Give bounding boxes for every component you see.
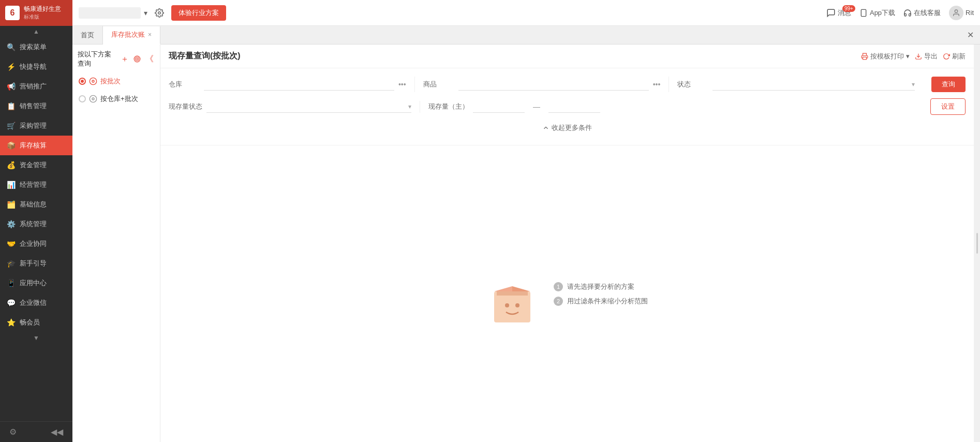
tip-1-text: 请先选择要分析的方案 bbox=[567, 282, 634, 291]
sidebar-item-search[interactable]: 🔍 搜索菜单 bbox=[0, 37, 72, 57]
tab-panel-close-btn[interactable]: ✕ bbox=[967, 30, 974, 40]
settings-btn[interactable]: 设置 bbox=[930, 98, 966, 115]
warehouse-input[interactable] bbox=[204, 78, 394, 91]
sidebar-item-system[interactable]: ⚙️ 系统管理 bbox=[0, 214, 72, 234]
tab-close-btn[interactable]: × bbox=[148, 31, 152, 38]
scheme-item-batch[interactable]: 按批次 bbox=[72, 72, 160, 90]
quicknav-icon: ⚡ bbox=[6, 62, 16, 71]
status-select[interactable]: ▾ bbox=[712, 79, 915, 91]
sidebar-item-purchase[interactable]: 🛒 采购管理 bbox=[0, 116, 72, 136]
svg-rect-13 bbox=[494, 291, 530, 322]
collapse-left-panel-btn[interactable]: 《 bbox=[144, 54, 155, 64]
experience-btn[interactable]: 体验行业方案 bbox=[171, 5, 226, 21]
export-btn[interactable]: 导出 bbox=[915, 52, 938, 61]
headset-icon bbox=[903, 9, 912, 17]
svg-point-5 bbox=[136, 57, 139, 61]
collapse-more-btn[interactable]: 收起更多条件 bbox=[169, 119, 966, 137]
messages-btn[interactable]: 消息 99+ bbox=[826, 8, 851, 18]
online-support-btn[interactable]: 在线客服 bbox=[903, 8, 941, 18]
page-title: 现存量查询(按批次) bbox=[169, 51, 241, 62]
svg-point-3 bbox=[955, 10, 957, 12]
sidebar-item-base[interactable]: 🗂️ 基础信息 bbox=[0, 195, 72, 214]
qty-max-input[interactable] bbox=[548, 100, 600, 113]
status-select-arrow: ▾ bbox=[912, 81, 915, 88]
app-version: 标准版 bbox=[24, 13, 61, 21]
sidebar-item-label: 新手引导 bbox=[20, 259, 47, 268]
radio-batch bbox=[79, 78, 86, 85]
sidebar-item-wechat[interactable]: 💬 企业微信 bbox=[0, 293, 72, 313]
sidebar-item-label: 营销推广 bbox=[20, 82, 47, 91]
scheme-batch-label: 按批次 bbox=[100, 77, 121, 86]
tip-2-text: 用过滤条件来缩小分析范围 bbox=[567, 297, 648, 306]
online-support-label: 在线客服 bbox=[914, 8, 941, 18]
print-dropdown-arrow[interactable]: ▾ bbox=[906, 52, 910, 60]
sidebar-item-label: 采购管理 bbox=[20, 121, 47, 130]
topbar-right: 消息 99+ App下载 在线客服 bbox=[826, 6, 974, 20]
tab-inventory-batch[interactable]: 库存批次账 × bbox=[103, 26, 160, 45]
avatar bbox=[949, 6, 963, 20]
sidebar-item-inventory[interactable]: 📦 库存核算 bbox=[0, 136, 72, 155]
radio-batch-inner bbox=[81, 80, 84, 83]
inventory-status-label: 现存量状态 bbox=[169, 102, 202, 111]
export-icon bbox=[915, 53, 922, 60]
sidebar: 6 畅康通好生意 标准版 ▲ 🔍 搜索菜单 ⚡ 快捷导航 📢 营销推广 📋 销售… bbox=[0, 0, 72, 442]
purchase-icon: 🛒 bbox=[6, 121, 16, 130]
message-icon bbox=[826, 8, 836, 18]
svg-point-6 bbox=[137, 58, 138, 60]
sidebar-item-marketing[interactable]: 📢 营销推广 bbox=[0, 77, 72, 96]
sidebar-item-newbie[interactable]: 🎓 新手引导 bbox=[0, 254, 72, 273]
scheme-settings-btn[interactable] bbox=[132, 54, 142, 64]
topbar-dropdown-btn[interactable]: ▾ bbox=[144, 9, 147, 17]
inventory-status-arrow: ▾ bbox=[408, 103, 411, 110]
search-icon: 🔍 bbox=[6, 42, 16, 52]
user-avatar-btn[interactable]: Rit bbox=[949, 6, 974, 20]
sidebar-item-quicknav[interactable]: ⚡ 快捷导航 bbox=[0, 57, 72, 77]
app-download-label: App下载 bbox=[870, 8, 895, 18]
sidebar-item-collab[interactable]: 🤝 企业协同 bbox=[0, 234, 72, 254]
topbar-gear-btn[interactable] bbox=[152, 5, 167, 21]
sidebar-item-sales[interactable]: 📋 销售管理 bbox=[0, 96, 72, 116]
warehouse-more-btn[interactable]: ••• bbox=[398, 80, 406, 89]
add-scheme-btn[interactable]: ＋ bbox=[120, 54, 130, 64]
product-more-btn[interactable]: ••• bbox=[653, 80, 661, 89]
qty-min-input[interactable] bbox=[473, 100, 525, 113]
empty-tip-2: 2 用过滤条件来缩小分析范围 bbox=[554, 297, 648, 306]
sidebar-item-appstore[interactable]: 📱 应用中心 bbox=[0, 273, 72, 293]
filter-area: 仓库 ••• 商品 ••• 状态 ▾ bbox=[160, 68, 974, 145]
inventory-qty-label: 现存量（主） bbox=[428, 102, 469, 111]
topbar: ▾ 体验行业方案 消息 99+ App下载 bbox=[72, 0, 980, 26]
sidebar-item-ops[interactable]: 📊 经营管理 bbox=[0, 175, 72, 195]
sidebar-item-label: 基础信息 bbox=[20, 200, 47, 209]
svg-point-4 bbox=[134, 56, 140, 62]
app-name: 畅康通好生意 bbox=[24, 5, 61, 13]
print-btn[interactable]: 按模板打印 ▾ bbox=[861, 52, 910, 61]
sidebar-item-label: 应用中心 bbox=[20, 278, 47, 288]
tab-home[interactable]: 首页 bbox=[72, 26, 103, 44]
sidebar-item-finance[interactable]: 💰 资金管理 bbox=[0, 155, 72, 175]
product-input[interactable] bbox=[458, 78, 649, 91]
query-btn[interactable]: 查询 bbox=[931, 77, 966, 92]
sidebar-item-member[interactable]: ⭐ 畅会员 bbox=[0, 313, 72, 332]
sidebar-collapse-btn[interactable]: ◀◀ bbox=[48, 426, 66, 438]
refresh-btn[interactable]: 刷新 bbox=[943, 52, 966, 61]
sidebar-nav-list: ▲ 🔍 搜索菜单 ⚡ 快捷导航 📢 营销推广 📋 销售管理 🛒 采购管理 📦 库… bbox=[0, 26, 72, 421]
sidebar-settings-btn[interactable]: ⚙ bbox=[6, 426, 20, 438]
right-edge-line bbox=[976, 233, 978, 254]
inventory-status-select[interactable]: ▾ bbox=[206, 101, 411, 113]
refresh-icon bbox=[943, 53, 950, 60]
sidebar-scroll-down-btn[interactable]: ▼ bbox=[0, 332, 72, 344]
topbar-search-input[interactable] bbox=[79, 7, 141, 19]
sidebar-item-label: 畅会员 bbox=[20, 318, 40, 327]
svg-rect-11 bbox=[863, 57, 867, 60]
product-label: 商品 bbox=[423, 80, 454, 89]
app-download-btn[interactable]: App下载 bbox=[859, 8, 895, 18]
status-label: 状态 bbox=[677, 80, 708, 89]
base-icon: 🗂️ bbox=[6, 200, 16, 209]
collapse-label: 收起更多条件 bbox=[552, 123, 592, 132]
sidebar-scroll-up-btn[interactable]: ▲ bbox=[0, 26, 72, 37]
sidebar-header: 6 畅康通好生意 标准版 bbox=[0, 0, 72, 26]
svg-rect-1 bbox=[861, 9, 866, 16]
scheme-item-warehouse-batch[interactable]: 按仓库+批次 bbox=[72, 90, 160, 108]
warehouse-label: 仓库 bbox=[169, 80, 200, 89]
radio-warehouse-batch bbox=[79, 95, 86, 102]
